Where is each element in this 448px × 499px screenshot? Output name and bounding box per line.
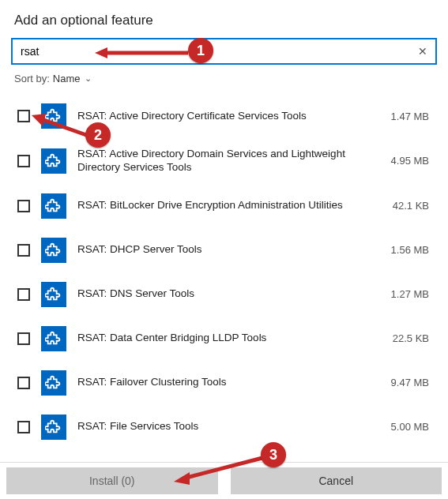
puzzle-icon xyxy=(41,148,66,174)
checkbox[interactable] xyxy=(17,155,30,167)
puzzle-icon xyxy=(41,238,66,263)
feature-name: RSAT: DNS Server Tools xyxy=(77,287,369,301)
checkbox[interactable] xyxy=(17,377,30,389)
checkbox[interactable] xyxy=(17,332,30,345)
checkbox[interactable] xyxy=(17,288,30,301)
feature-row[interactable]: RSAT: File Services Tools 5.00 MB xyxy=(11,405,437,449)
feature-name: RSAT: Active Directory Certificate Servi… xyxy=(77,110,369,123)
search-input[interactable] xyxy=(19,44,416,58)
install-button[interactable]: Install (0) xyxy=(6,467,218,494)
feature-row[interactable]: RSAT: Active Directory Domain Services a… xyxy=(11,138,437,184)
cancel-button[interactable]: Cancel xyxy=(231,467,442,494)
feature-size: 9.47 MB xyxy=(380,377,434,388)
clear-search-icon[interactable]: ✕ xyxy=(416,45,429,58)
checkbox[interactable] xyxy=(17,110,30,122)
feature-name: RSAT: Data Center Bridging LLDP Tools xyxy=(77,332,369,345)
annotation-callout-3: 3 xyxy=(261,442,286,467)
feature-row[interactable]: RSAT: Failover Clustering Tools 9.47 MB xyxy=(11,361,437,405)
feature-size: 1.47 MB xyxy=(380,111,434,122)
puzzle-icon xyxy=(41,193,66,219)
feature-name: RSAT: Active Directory Domain Services a… xyxy=(77,148,369,174)
page-title: Add an optional feature xyxy=(14,13,437,28)
puzzle-icon xyxy=(41,326,66,351)
annotation-callout-1: 1 xyxy=(188,38,213,63)
puzzle-icon xyxy=(41,103,66,129)
sort-by-label: Sort by: xyxy=(14,73,50,84)
feature-row[interactable]: RSAT: Data Center Bridging LLDP Tools 22… xyxy=(11,317,437,361)
checkbox[interactable] xyxy=(17,244,30,257)
feature-row[interactable]: RSAT: DNS Server Tools 1.27 MB xyxy=(11,272,437,317)
checkbox[interactable] xyxy=(17,200,30,212)
feature-name: RSAT: Failover Clustering Tools xyxy=(77,376,369,389)
feature-size: 1.27 MB xyxy=(380,288,434,300)
sort-by-dropdown[interactable]: Sort by: Name ⌄ xyxy=(14,73,437,84)
feature-name: RSAT: BitLocker Drive Encryption Adminis… xyxy=(77,199,369,212)
feature-name: RSAT: File Services Tools xyxy=(77,420,369,433)
puzzle-icon xyxy=(41,415,66,440)
sort-by-value: Name xyxy=(53,73,81,84)
feature-size: 42.1 KB xyxy=(380,200,434,212)
feature-size: 4.95 MB xyxy=(380,155,434,167)
annotation-callout-2: 2 xyxy=(85,122,111,148)
feature-list: RSAT: Active Directory Certificate Servi… xyxy=(11,94,437,451)
feature-row[interactable]: RSAT: BitLocker Drive Encryption Adminis… xyxy=(11,184,437,228)
puzzle-icon xyxy=(41,370,66,396)
footer-bar: Install (0) Cancel xyxy=(0,462,448,499)
search-box[interactable]: ✕ xyxy=(11,38,437,65)
feature-size: 1.56 MB xyxy=(380,244,434,256)
checkbox[interactable] xyxy=(17,421,30,433)
puzzle-icon xyxy=(41,282,66,307)
feature-name: RSAT: DHCP Server Tools xyxy=(77,243,369,257)
feature-row[interactable]: RSAT: Group Policy Management Tools 4.04… xyxy=(11,449,437,451)
chevron-down-icon: ⌄ xyxy=(85,73,92,84)
feature-row[interactable]: RSAT: DHCP Server Tools 1.56 MB xyxy=(11,228,437,272)
feature-row[interactable]: RSAT: Active Directory Certificate Servi… xyxy=(11,94,437,138)
feature-size: 5.00 MB xyxy=(380,421,434,433)
feature-size: 22.5 KB xyxy=(380,332,434,344)
